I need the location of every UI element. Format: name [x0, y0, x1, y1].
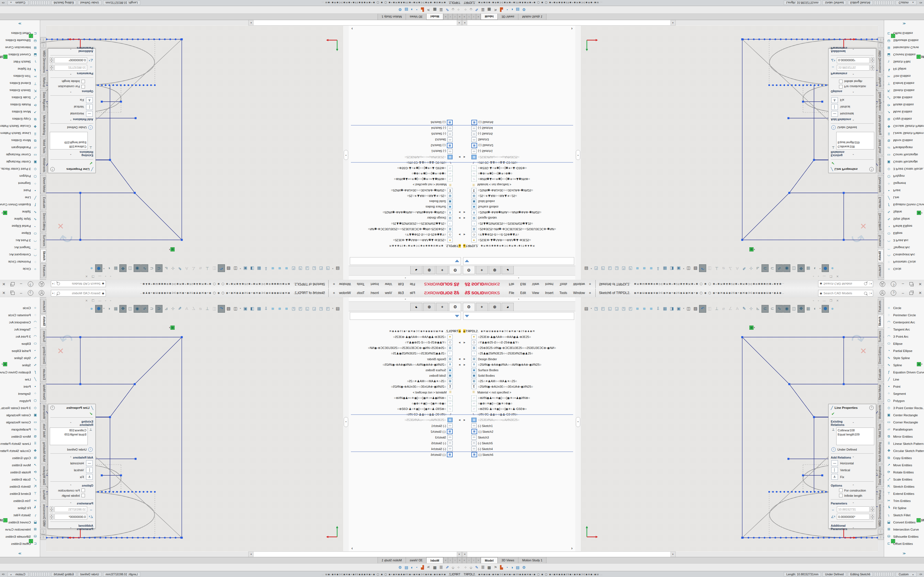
- toolbar-icon[interactable]: ▣: [242, 305, 249, 312]
- sketch-tool-item[interactable]: ⊏ Offset Entities: [0, 30, 40, 37]
- sketch-row[interactable]: ▦ (-) Sketch6: [463, 452, 574, 458]
- toolbar-icon[interactable]: ◫: [211, 305, 218, 312]
- spinner-control[interactable]: ▲▼: [871, 65, 874, 71]
- sketch-tool-item[interactable]: ┗ Fit Spline: [884, 65, 924, 73]
- panel-flyout-chevron[interactable]: ›: [571, 27, 573, 31]
- menu-item[interactable]: File: [506, 291, 517, 295]
- toolbar-icon[interactable]: ▦: [662, 305, 668, 312]
- tree-row[interactable]: ▧ ○25∩✳♟AM○◦○MA♟✳∩25○: [463, 379, 574, 384]
- sketch-tool-item[interactable]: ╮ Sketch Fillet: [884, 58, 924, 65]
- sketch-tool-item[interactable]: ◔ Partial Ellipse: [0, 347, 40, 355]
- toolbar-icon[interactable]: ▾: [682, 305, 685, 312]
- sketch-tool-item[interactable]: ○ Circle: [0, 305, 40, 311]
- mini-scrollbar-thumb[interactable]: ●: [576, 417, 580, 427]
- motion-toolbar-icon[interactable]: ▤: [404, 8, 408, 12]
- command-tab[interactable]: Direct Editing: [878, 345, 884, 366]
- command-tab[interactable]: Direct Editing: [878, 211, 884, 232]
- toolbar-icon[interactable]: ◐: [106, 305, 112, 312]
- collapse-caret-icon[interactable]: ⌃: [50, 422, 72, 424]
- tree-row[interactable]: ▶ ▤ Design Binder: [350, 356, 461, 362]
- search-dropdown-caret[interactable]: ▾: [869, 292, 873, 295]
- annotation-pen-icon[interactable]: ✑: [919, 572, 922, 577]
- toolbar-icon[interactable]: ↶: [218, 305, 225, 313]
- collapse-caret-icon[interactable]: ⌃: [852, 72, 874, 75]
- add-relation-row[interactable]: ⚓ Fix: [829, 474, 876, 480]
- tree-row[interactable]: ▱ ○◉⊕○✳◉[○◦○]◉✳○⊕◉○: [350, 401, 461, 406]
- toolbar-icon[interactable]: ◐: [106, 265, 112, 272]
- user-account-icon[interactable]: [39, 281, 44, 287]
- sketch-tool-item[interactable]: ▭ Corner Rectangle: [0, 419, 40, 426]
- expand-arrow-icon[interactable]: ▶: [457, 419, 460, 421]
- toolbar-icon[interactable]: ▨: [225, 265, 232, 272]
- toolbar-icon[interactable]: A: [183, 265, 190, 272]
- sketch-row[interactable]: ▭ (-) Sketch1: [463, 423, 574, 429]
- toolbar-icon[interactable]: ⊹: [170, 265, 176, 272]
- sketch-tool-item[interactable]: ⊏ Offset Entities: [884, 30, 924, 37]
- toolbar-icon[interactable]: ■: [283, 265, 290, 272]
- command-tab[interactable]: MBD Dimensions: [878, 48, 884, 75]
- sketch-tool-item[interactable]: ⧉ Copy Entities: [884, 115, 924, 122]
- toolbar-icon[interactable]: ◰: [318, 265, 324, 272]
- toolbar-icon[interactable]: ⌀: [197, 305, 204, 312]
- media-button[interactable]: ‹: [453, 13, 457, 20]
- menu-item[interactable]: Edit: [517, 291, 529, 295]
- toolbar-icon[interactable]: ◳: [593, 305, 599, 312]
- relation-list-item[interactable]: Equal length109: [838, 140, 873, 145]
- expand-arrow-icon[interactable]: ▶: [464, 233, 467, 236]
- sketch-row[interactable]: ▭ (-) Sketch1: [350, 423, 461, 429]
- toolbar-icon[interactable]: ◱: [607, 265, 613, 272]
- motion-toolbar-icon[interactable]: ◑: [510, 8, 513, 12]
- ok-check-icon[interactable]: ✔: [831, 161, 876, 166]
- restore-button[interactable]: [11, 282, 15, 285]
- scroll-right-button[interactable]: ▸: [249, 20, 254, 25]
- toolbar-icon[interactable]: ◳: [297, 265, 304, 272]
- panel-splitter[interactable]: ●: [349, 275, 462, 280]
- menu-item[interactable]: View: [382, 291, 395, 295]
- show-more-chevron-icon[interactable]: ≫: [884, 552, 924, 555]
- tree-row[interactable]: ◆ Surface Bodies: [463, 367, 574, 373]
- sketch-tool-item[interactable]: ▱ Parallelogram: [0, 426, 40, 433]
- toolbar-icon[interactable]: ⇩: [263, 265, 269, 272]
- sketch-tool-item[interactable]: ▱ Parallelogram: [0, 144, 40, 151]
- toolbar-icon[interactable]: ◫: [127, 265, 133, 272]
- motion-toolbar-icon[interactable]: ▦: [487, 565, 491, 570]
- toolbar-icon[interactable]: A: [183, 305, 190, 312]
- add-relation-row[interactable]: │ Vertical: [48, 467, 95, 474]
- toolbar-icon[interactable]: ▦: [113, 305, 119, 312]
- tree-row[interactable]: ◆ Surface Bodies: [463, 204, 574, 210]
- motion-toolbar-icon[interactable]: ▤: [516, 565, 520, 570]
- command-tab[interactable]: Surfaces: [878, 233, 884, 248]
- scroll-left-button[interactable]: ◂: [457, 20, 462, 25]
- toolbar-icon[interactable]: ■: [648, 265, 654, 272]
- relation-badge[interactable]: ▨ᵌ: [170, 247, 174, 251]
- sketch-tool-item[interactable]: ⊞ Intersection Curve: [0, 526, 40, 533]
- toolbar-icon[interactable]: ∿: [141, 264, 148, 272]
- collapse-caret-icon[interactable]: ⌃: [852, 456, 874, 459]
- motion-toolbar-icon[interactable]: ☰: [439, 565, 443, 570]
- doc-window-button[interactable]: ❐: [92, 299, 94, 303]
- toolbar-icon[interactable]: ▦: [805, 305, 811, 312]
- doc-window-button[interactable]: ▫: [105, 274, 106, 278]
- sketch-tool-item[interactable]: ◌ Perimeter Circle: [884, 258, 924, 266]
- toolbar-icon[interactable]: ■: [634, 305, 641, 312]
- toolbar-icon[interactable]: ✎: [176, 305, 183, 312]
- tree-row[interactable]: ▥ ○25⊕3Ɛ25○ИN◉◦⊕ƆC3ƐU3Ɛ25○◦○253ƐU3ƐƆC⊕◦◉…: [463, 345, 574, 351]
- tree-row[interactable]: ☰ Material < not specified >: [350, 182, 461, 187]
- motion-toolbar-icon[interactable]: ⬙: [469, 565, 472, 570]
- search-dropdown-caret[interactable]: ▾: [51, 292, 55, 295]
- tree-row[interactable]: ◔ ○25♟◉25ИN3Ɛ25○◦○253ƐИN25◉♟25○: [463, 351, 574, 356]
- tree-row[interactable]: ◆ Surface Bodies: [350, 367, 461, 373]
- toolbar-icon[interactable]: ✥: [120, 264, 126, 272]
- command-tab[interactable]: Data Migration: [40, 90, 46, 113]
- sketch-row[interactable]: ▭ (-) Sketch4: [463, 125, 574, 131]
- search-box[interactable]: ◆ Search CAD Models ▾: [51, 280, 106, 287]
- command-tab[interactable]: Markup: [878, 76, 884, 89]
- expand-caret-icon[interactable]: ⌄: [852, 526, 874, 529]
- toolbar-icon[interactable]: ◉: [783, 305, 790, 313]
- sketch-tool-item[interactable]: ⧉ Copy Entities: [0, 455, 40, 462]
- spinner-control[interactable]: ▲▼: [50, 506, 53, 512]
- spinner-control[interactable]: ▲▼: [50, 514, 53, 520]
- toolbar-icon[interactable]: ⊂: [761, 305, 769, 313]
- show-more-chevron-icon[interactable]: ≫: [0, 552, 40, 555]
- doc-window-button[interactable]: —: [823, 299, 826, 303]
